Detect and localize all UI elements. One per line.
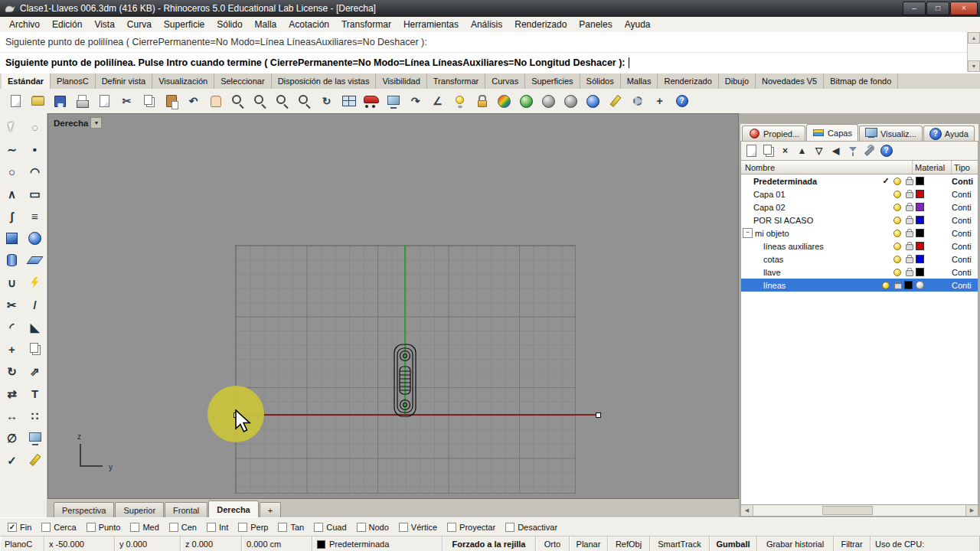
scroll-down-icon[interactable] bbox=[968, 60, 980, 72]
export-icon[interactable] bbox=[95, 92, 114, 111]
layer-visibility-bulb-icon[interactable] bbox=[891, 214, 903, 227]
layer-color-swatch[interactable] bbox=[916, 203, 924, 211]
layer-linetype-cell[interactable]: Conti bbox=[952, 216, 978, 225]
toolbar-tab[interactable]: Mallas bbox=[621, 73, 658, 89]
current-layer-check-icon[interactable]: ✓ bbox=[880, 176, 891, 186]
rotate-icon[interactable]: ↻ bbox=[2, 361, 22, 381]
layer-visibility-bulb-icon[interactable] bbox=[891, 253, 903, 266]
tab-propiedades[interactable]: Propied... bbox=[742, 126, 805, 141]
rectangle-icon[interactable]: ▭ bbox=[25, 184, 45, 204]
osnap-toggle[interactable]: Cuad bbox=[314, 523, 346, 532]
y-coordinate[interactable]: y 0.000 bbox=[115, 536, 181, 551]
scale-icon[interactable]: ⇗ bbox=[25, 361, 45, 381]
new-sublayer-icon[interactable] bbox=[761, 144, 776, 158]
control-points-icon[interactable]: ∼ bbox=[2, 139, 22, 159]
osnap-toggle[interactable]: Nodo bbox=[357, 523, 389, 532]
menu-item[interactable]: Análisis bbox=[465, 18, 508, 31]
layer-row[interactable]: líneas Conti bbox=[741, 279, 978, 292]
layer-lock-icon[interactable] bbox=[903, 266, 916, 279]
checkbox-icon[interactable] bbox=[447, 523, 456, 532]
zoom-selected-icon[interactable] bbox=[273, 92, 292, 111]
tree-expander-icon[interactable] bbox=[753, 255, 761, 263]
layer-visibility-bulb-icon[interactable] bbox=[891, 266, 903, 279]
cplane-button[interactable]: PlanoC bbox=[0, 536, 44, 551]
named-view-icon[interactable] bbox=[25, 428, 45, 448]
units-distance[interactable]: 0.000 cm bbox=[242, 536, 312, 551]
tab-visualizacion[interactable]: Visualiz... bbox=[859, 126, 923, 141]
toolbar-tab[interactable]: Sólidos bbox=[580, 73, 621, 89]
toolbar-tab[interactable]: PlanosC bbox=[51, 73, 96, 89]
osnap-toggle[interactable]: Proyectar bbox=[447, 523, 495, 532]
pencil-sketch-icon[interactable] bbox=[25, 450, 45, 470]
z-coordinate[interactable]: z 0.000 bbox=[181, 536, 242, 551]
filter-icon[interactable] bbox=[845, 144, 860, 158]
toolbar-tab[interactable]: Seleccionar bbox=[214, 73, 271, 89]
fillet-icon[interactable]: ◜ bbox=[2, 317, 22, 337]
scroll-up-icon[interactable] bbox=[968, 32, 980, 44]
layer-lock-icon[interactable] bbox=[903, 201, 916, 214]
osnap-toggle[interactable]: Desactivar bbox=[505, 523, 557, 532]
llave-object[interactable] bbox=[392, 343, 418, 418]
cpu-usage[interactable]: Uso de CPU: bbox=[871, 536, 980, 551]
ortho-toggle[interactable]: Orto bbox=[536, 536, 570, 551]
refobj-toggle[interactable]: RefObj bbox=[608, 536, 650, 551]
make2d-icon[interactable]: ✓ bbox=[2, 450, 22, 470]
viewport-tab[interactable]: Derecha bbox=[208, 500, 258, 517]
surface-box-icon[interactable] bbox=[2, 228, 22, 248]
layer-visibility-bulb-icon[interactable] bbox=[891, 227, 903, 240]
layer-color-swatch[interactable] bbox=[916, 229, 924, 237]
layer-color-swatch[interactable] bbox=[916, 216, 924, 224]
layer-lock-icon[interactable] bbox=[903, 227, 916, 240]
checkbox-icon[interactable] bbox=[87, 523, 96, 532]
undo-view-icon[interactable]: ↷ bbox=[406, 92, 425, 111]
layer-linetype-cell[interactable]: Conti bbox=[952, 268, 978, 277]
checkbox-icon[interactable] bbox=[505, 523, 514, 532]
menu-item[interactable]: Edición bbox=[46, 18, 88, 31]
layer-visibility-bulb-icon[interactable] bbox=[891, 174, 903, 187]
layer-visibility-bulb-icon[interactable] bbox=[891, 201, 903, 214]
layer-color-swatch[interactable] bbox=[916, 177, 924, 185]
tree-expander-icon[interactable]: − bbox=[743, 228, 753, 238]
text-icon[interactable]: T bbox=[25, 383, 45, 403]
polyline-icon[interactable]: ∧ bbox=[2, 184, 22, 204]
osnap-toggle[interactable]: Int bbox=[207, 523, 228, 532]
paste-icon[interactable] bbox=[162, 92, 181, 111]
open-file-icon[interactable] bbox=[28, 92, 47, 111]
minimize-button[interactable]: – bbox=[903, 2, 926, 15]
toolbar-tab[interactable]: Renderizado bbox=[658, 73, 718, 89]
layer-row[interactable]: Capa 01 Conti bbox=[741, 187, 978, 201]
print-icon[interactable] bbox=[73, 92, 92, 111]
x-coordinate[interactable]: x -50.000 bbox=[44, 536, 115, 551]
filter-toggle[interactable]: Filtrar bbox=[834, 536, 871, 551]
menu-item[interactable]: Herramientas bbox=[397, 18, 465, 31]
lightbulb-icon[interactable] bbox=[450, 92, 469, 111]
osnap-toggle[interactable]: Fin bbox=[8, 523, 31, 532]
menu-item[interactable]: Acotación bbox=[283, 18, 335, 31]
annotate-pen-icon[interactable] bbox=[606, 92, 625, 111]
layer-linetype-cell[interactable]: Conti bbox=[952, 177, 978, 186]
new-layer-icon[interactable] bbox=[744, 144, 759, 158]
undo-icon[interactable]: ↶ bbox=[184, 92, 203, 111]
tree-expander-icon[interactable] bbox=[743, 216, 751, 224]
current-layer[interactable]: Predeterminada bbox=[312, 536, 443, 551]
checkbox-icon[interactable] bbox=[41, 523, 51, 532]
checkbox-icon[interactable] bbox=[169, 523, 178, 532]
copy-object-icon[interactable] bbox=[25, 339, 45, 359]
ghosted-display-icon[interactable] bbox=[539, 92, 558, 111]
viewport-tab[interactable]: Perspectiva bbox=[54, 502, 114, 517]
cut-icon[interactable]: ✂ bbox=[117, 92, 136, 111]
checkbox-icon[interactable] bbox=[207, 523, 216, 532]
lasso-select-icon[interactable]: ◌ bbox=[25, 117, 45, 137]
zoom-window-icon[interactable] bbox=[250, 92, 270, 111]
copy-icon[interactable] bbox=[139, 92, 158, 111]
titlebar[interactable]: Clase1-Llaves 006.3dm (416 KB) - Rhinoce… bbox=[0, 0, 980, 17]
layer-visibility-bulb-icon[interactable] bbox=[880, 279, 892, 292]
checkbox-icon[interactable] bbox=[130, 523, 139, 532]
circle-icon[interactable]: ○ bbox=[2, 161, 22, 181]
scroll-left-icon[interactable] bbox=[741, 505, 753, 516]
layer-row[interactable]: cotas Conti bbox=[741, 253, 978, 266]
toolbar-tab[interactable]: Estándar bbox=[2, 73, 51, 89]
viewport-title[interactable]: Derecha bbox=[54, 119, 88, 128]
layer-lock-icon[interactable] bbox=[903, 187, 916, 201]
layer-linetype-cell[interactable]: Conti bbox=[952, 229, 978, 238]
